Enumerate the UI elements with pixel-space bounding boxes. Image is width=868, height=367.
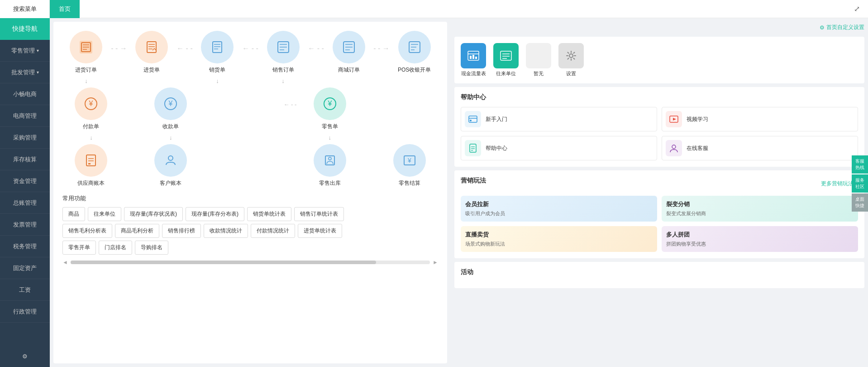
func-btn-stock-status[interactable]: 现存量(库存状况表)	[124, 207, 183, 221]
svg-rect-50	[469, 116, 477, 122]
flow-node-sales[interactable]: 销货单	[194, 31, 241, 74]
search-menu-label: 搜索菜单	[13, 5, 37, 13]
marketing-grid: 会员拉新 吸引用户成为会员 裂变分销 裂变式发展分销商 直播卖货 场景式购物新玩…	[461, 196, 858, 252]
sidebar-item-wholesale[interactable]: 批发管理 ▾	[0, 62, 50, 83]
help-item-beginner[interactable]: 新手入门	[461, 107, 657, 131]
marketing-item-distribution[interactable]: 裂变分销 裂变式发展分销商	[662, 196, 858, 222]
sidebar-label-ecommerce: 电商管理	[13, 112, 37, 120]
sidebar-item-ledger[interactable]: 总账管理	[0, 192, 50, 214]
flow-node-retail-out[interactable]: 零售出库	[301, 144, 358, 187]
supplier-ledger-icon	[75, 144, 107, 177]
flow-node-sales-order[interactable]: 销售订单	[259, 31, 307, 74]
scroll-track[interactable]	[71, 261, 430, 264]
func-btn-sales-order-stat[interactable]: 销售订单统计表	[294, 207, 344, 221]
sidebar-item-quick-nav[interactable]: 快捷导航	[0, 18, 50, 40]
quick-icon-settings[interactable]: 设置	[558, 43, 584, 77]
flow-node-retail-settle[interactable]: ¥ 零售结算	[381, 144, 438, 187]
sidebar-item-finance[interactable]: 资金管理	[0, 170, 50, 192]
marketing-item-live[interactable]: 直播卖货 场景式购物新玩法	[461, 226, 657, 252]
sidebar-item-salary[interactable]: 工资	[0, 279, 50, 301]
search-menu-button[interactable]: 搜索菜单	[0, 0, 50, 18]
sidebar-item-retail[interactable]: 零售管理 ▾	[0, 40, 50, 62]
sidebar-item-xiaochang[interactable]: 小畅电商	[0, 83, 50, 105]
func-btn-stock-dist[interactable]: 现存量(库存分布表)	[186, 207, 244, 221]
flow-node-retail[interactable]: ¥ 零售单	[301, 87, 358, 130]
customize-label: 首页自定义设置	[826, 24, 864, 31]
sidebar-label-tax: 税务管理	[13, 242, 37, 251]
svg-rect-42	[470, 56, 472, 59]
help-item-help[interactable]: 帮助中心	[461, 136, 657, 160]
side-btn-community[interactable]: 服务社区	[852, 174, 868, 193]
func-btn-sales-rank[interactable]: 销售排行榜	[162, 224, 201, 238]
service-icon	[666, 140, 682, 156]
marketing-member-desc: 吸引用户成为会员	[465, 210, 653, 217]
quick-icon-cash-flow[interactable]: 现金流量表	[461, 43, 486, 77]
marketing-item-member[interactable]: 会员拉新 吸引用户成为会员	[461, 196, 657, 222]
scroll-right-button[interactable]: ►	[433, 259, 438, 266]
horizontal-scrollbar: ◄ ►	[62, 257, 438, 267]
node-label-receipt: 收款单	[162, 123, 179, 130]
func-btn-sales-stat[interactable]: 销货单统计表	[247, 207, 291, 221]
quick-icon-partner[interactable]: 往来单位	[493, 43, 519, 77]
sidebar-item-admin[interactable]: 行政管理	[0, 301, 50, 323]
svg-point-35	[168, 156, 173, 160]
purchase-icon	[135, 31, 168, 63]
settings-button[interactable]: ⚙	[0, 345, 50, 367]
func-btn-partner[interactable]: 往来单位	[88, 207, 121, 221]
common-functions-title: 常用功能	[62, 194, 438, 203]
flow-node-supplier-ledger[interactable]: 供应商账本	[62, 144, 120, 187]
flow-node-pos[interactable]: POS收银开单	[391, 31, 438, 74]
sidebar-item-invoice[interactable]: 发票管理	[0, 214, 50, 236]
svg-text:¥: ¥	[327, 100, 332, 107]
func-btn-receipt-stat[interactable]: 收款情况统计	[204, 224, 248, 238]
sidebar-item-inventory[interactable]: 库存核算	[0, 149, 50, 170]
svg-rect-44	[475, 57, 477, 59]
sidebar-label-wholesale: 批发管理	[11, 68, 35, 77]
func-btn-guide-rank[interactable]: 导购排名	[135, 241, 168, 255]
quick-icon-none[interactable]: 暂无	[526, 43, 551, 77]
desktop-shortcut-label: 桌面快捷	[854, 196, 866, 209]
flow-node-purchase-order[interactable]: 进货订单	[62, 31, 110, 74]
arrow-right-icon-2: - - →	[372, 31, 391, 53]
purchase-order-icon	[70, 31, 102, 63]
customize-header[interactable]: ⚙ 首页自定义设置	[454, 22, 864, 33]
marketing-item-group[interactable]: 多人拼团 拼团购物享受优惠	[662, 226, 858, 252]
flow-node-receipt[interactable]: ¥ 收款单	[142, 87, 200, 130]
chevron-down-icon: ▾	[37, 48, 39, 53]
pos-icon	[398, 31, 431, 63]
help-item-service[interactable]: 在线客服	[662, 136, 858, 160]
flow-node-mall-order[interactable]: 商城订单	[325, 31, 372, 74]
top-right: ⤢	[850, 2, 868, 16]
sidebar-item-fixed-assets[interactable]: 固定资产	[0, 257, 50, 279]
func-btn-purchase-stat[interactable]: 进货单统计表	[298, 224, 342, 238]
help-doc-label: 帮助中心	[486, 145, 507, 152]
sidebar-item-ecommerce[interactable]: 电商管理	[0, 105, 50, 127]
side-btn-desktop[interactable]: 桌面快捷	[852, 193, 868, 212]
func-btn-sales-profit[interactable]: 销售毛利分析表	[62, 224, 112, 238]
func-btn-goods-profit[interactable]: 商品毛利分析	[115, 224, 159, 238]
flow-diagram: 进货订单 - - →	[62, 31, 438, 187]
top-bar: 搜索菜单 首页 ⤢	[0, 0, 868, 18]
flow-node-purchase[interactable]: 进货单	[128, 31, 176, 74]
flow-node-customer-ledger[interactable]: 客户账本	[142, 144, 200, 187]
flow-node-payment[interactable]: ¥ 付款单	[62, 87, 120, 130]
func-btn-goods[interactable]: 商品	[62, 207, 85, 221]
right-panel: ⚙ 首页自定义设置	[451, 18, 868, 367]
node-label-retail-settle: 零售结算	[399, 179, 420, 187]
svg-rect-34	[88, 163, 91, 164]
func-btn-payment-stat[interactable]: 付款情况统计	[251, 224, 295, 238]
sidebar-item-tax[interactable]: 税务管理	[0, 236, 50, 257]
fullscreen-button[interactable]: ⤢	[850, 2, 863, 16]
svg-rect-55	[470, 144, 476, 152]
node-label-sales: 销货单	[209, 66, 225, 74]
arrow-left-icon-3: ← - -	[307, 31, 325, 53]
func-btn-retail-order[interactable]: 零售开单	[62, 241, 96, 255]
scroll-left-button[interactable]: ◄	[62, 259, 68, 266]
tab-home[interactable]: 首页	[50, 0, 80, 18]
payment-icon: ¥	[75, 87, 107, 120]
func-btn-store-rank[interactable]: 门店排名	[99, 241, 132, 255]
sidebar-item-procurement[interactable]: 采购管理	[0, 127, 50, 149]
help-item-video[interactable]: 视频学习	[662, 107, 858, 131]
side-btn-service[interactable]: 客服热线	[852, 155, 868, 174]
activities-title: 活动	[461, 268, 858, 276]
